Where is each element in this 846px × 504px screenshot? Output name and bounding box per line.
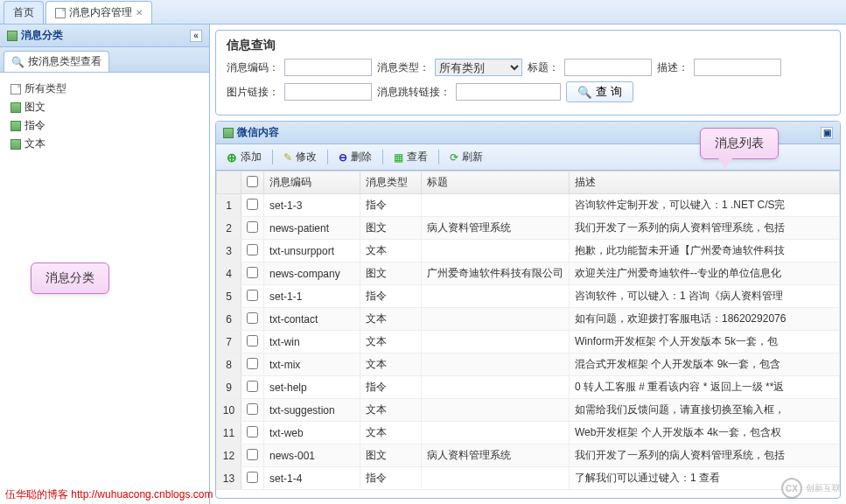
add-button[interactable]: ⊕添加 — [221, 148, 267, 166]
view-icon: ▦ — [394, 151, 403, 164]
table-row[interactable]: 9 set-help 指令 0 转人工客服 # 重看该内容 * 返回上一级 **… — [217, 376, 840, 399]
row-checkbox[interactable] — [247, 449, 258, 460]
cell-rownum: 7 — [217, 331, 241, 354]
cell-desc: 如有问题，欢迎拨打客服电话：18620292076 — [570, 308, 840, 331]
row-checkbox[interactable] — [247, 199, 258, 210]
cell-checkbox[interactable] — [241, 422, 264, 444]
refresh-button[interactable]: ⟳刷新 — [444, 148, 488, 166]
input-jump-link[interactable] — [456, 83, 561, 101]
cell-checkbox[interactable] — [241, 285, 264, 308]
cell-type: 指令 — [360, 285, 422, 308]
table-row[interactable]: 4 news-company 图文 广州爱奇迪软件科技有限公司 欢迎关注广州爱奇… — [217, 262, 840, 285]
table-row[interactable]: 12 news-001 图文 病人资料管理系统 我们开发了一系列的病人资料管理系… — [217, 444, 840, 467]
search-icon: 🔍 — [11, 56, 24, 68]
delete-button[interactable]: ⊖删除 — [333, 148, 377, 166]
row-checkbox[interactable] — [247, 312, 258, 324]
row-checkbox[interactable] — [247, 244, 258, 256]
input-code[interactable] — [284, 59, 372, 76]
collapse-sidebar-button[interactable]: « — [190, 30, 202, 42]
row-checkbox[interactable] — [247, 267, 258, 278]
table-row[interactable]: 5 set-1-1 指令 咨询软件，可以键入：1 咨询《病人资料管理 — [217, 285, 840, 308]
tree-item-text[interactable]: 文本 — [7, 135, 202, 153]
cell-checkbox[interactable] — [241, 354, 264, 376]
cell-checkbox[interactable] — [241, 444, 264, 467]
collapse-grid-button[interactable]: ▣ — [821, 127, 833, 139]
row-checkbox[interactable] — [247, 221, 258, 233]
row-checkbox[interactable] — [247, 472, 258, 483]
col-type[interactable]: 消息类型 — [360, 172, 422, 194]
cell-desc: 如需给我们反馈问题，请直接切换至输入框， — [570, 399, 840, 422]
cell-desc: 咨询软件定制开发，可以键入：1 .NET C/S完 — [570, 194, 840, 217]
cell-checkbox[interactable] — [241, 308, 264, 331]
cell-desc: 咨询软件，可以键入：1 咨询《病人资料管理 — [570, 285, 840, 308]
table-row[interactable]: 3 txt-unsurpport 文本 抱歉，此功能暂未开通【广州爱奇迪软件科技 — [217, 240, 840, 262]
footer-credit: 伍华聪的博客 http://wuhuacong.cnblogs.com — [5, 487, 213, 502]
table-row[interactable]: 11 txt-web 文本 Web开发框架 个人开发版本 4k一套，包含权 — [217, 422, 840, 444]
row-checkbox[interactable] — [247, 403, 258, 415]
cell-checkbox[interactable] — [241, 399, 264, 422]
row-checkbox[interactable] — [247, 290, 258, 301]
input-desc[interactable] — [694, 59, 781, 76]
select-type[interactable]: 所有类别 — [435, 59, 522, 76]
tab-home[interactable]: 首页 — [3, 1, 44, 24]
row-checkbox[interactable] — [247, 381, 258, 392]
minus-icon: ⊖ — [339, 151, 347, 164]
cell-rownum: 13 — [217, 467, 241, 490]
query-title: 信息查询 — [227, 38, 829, 53]
cell-code: txt-unsurpport — [264, 240, 360, 262]
tab-message-content[interactable]: 消息内容管理 ✕ — [45, 1, 152, 24]
table-row[interactable]: 8 txt-mix 文本 混合式开发框架 个人开发版本 9k一套，包含 — [217, 354, 840, 376]
cell-rownum: 6 — [217, 308, 241, 331]
cell-code: set-1-3 — [264, 194, 360, 217]
cell-title — [422, 354, 570, 376]
col-title[interactable]: 标题 — [422, 172, 570, 194]
cell-checkbox[interactable] — [241, 240, 264, 262]
tree-item-command[interactable]: 指令 — [7, 116, 202, 135]
label-desc: 描述： — [657, 60, 689, 75]
input-image-link[interactable] — [284, 83, 372, 101]
cell-checkbox[interactable] — [241, 376, 264, 399]
close-icon[interactable]: ✕ — [136, 8, 143, 18]
view-button[interactable]: ▦查看 — [388, 148, 433, 166]
cell-checkbox[interactable] — [241, 262, 264, 285]
col-desc[interactable]: 描述 — [570, 172, 840, 194]
table-row[interactable]: 2 news-patient 图文 病人资料管理系统 我们开发了一系列的病人资料… — [217, 217, 840, 240]
table-row[interactable]: 6 txt-contact 文本 如有问题，欢迎拨打客服电话：186202920… — [217, 308, 840, 331]
row-checkbox[interactable] — [247, 358, 258, 369]
cell-code: txt-win — [264, 331, 360, 354]
cell-title — [422, 399, 570, 422]
cell-desc: 我们开发了一系列的病人资料管理系统，包括 — [570, 444, 840, 467]
cell-code: txt-web — [264, 422, 360, 444]
select-all-checkbox[interactable] — [247, 176, 258, 187]
col-code[interactable]: 消息编码 — [264, 172, 360, 194]
table-row[interactable]: 10 txt-suggestion 文本 如需给我们反馈问题，请直接切换至输入框… — [217, 399, 840, 422]
cell-type: 图文 — [360, 444, 422, 467]
cell-checkbox[interactable] — [241, 467, 264, 490]
row-checkbox[interactable] — [247, 335, 258, 346]
table-row[interactable]: 1 set-1-3 指令 咨询软件定制开发，可以键入：1 .NET C/S完 — [217, 194, 840, 217]
label-code: 消息编码： — [227, 60, 279, 75]
cell-code: set-1-4 — [264, 467, 360, 490]
cell-rownum: 8 — [217, 354, 241, 376]
col-checkbox-header[interactable] — [241, 172, 264, 194]
cell-checkbox[interactable] — [241, 217, 264, 240]
row-checkbox[interactable] — [247, 426, 258, 438]
search-button[interactable]: 🔍 查 询 — [566, 81, 633, 102]
data-grid[interactable]: 消息编码 消息类型 标题 描述 1 set-1-3 指令 咨询软件定制开发，可以… — [216, 171, 840, 498]
edit-button[interactable]: ✎修改 — [278, 148, 322, 166]
cell-title — [422, 467, 570, 490]
cell-rownum: 2 — [217, 217, 241, 240]
cell-code: set-help — [264, 376, 360, 399]
tree-item-image-text[interactable]: 图文 — [7, 98, 202, 116]
footer-link[interactable]: http://wuhuacong.cnblogs.com — [71, 488, 213, 500]
input-title[interactable] — [564, 59, 652, 76]
table-row[interactable]: 7 txt-win 文本 Winform开发框架 个人开发版本 5k一套，包 — [217, 331, 840, 354]
cell-checkbox[interactable] — [241, 331, 264, 354]
cell-rownum: 10 — [217, 399, 241, 422]
cell-checkbox[interactable] — [241, 194, 264, 217]
tree-item-all[interactable]: 所有类型 — [7, 80, 202, 98]
table-row[interactable]: 13 set-1-4 指令 了解我们可以通过键入：1 查看 — [217, 467, 840, 490]
cell-rownum: 5 — [217, 285, 241, 308]
sidebar-tab-by-type[interactable]: 🔍 按消息类型查看 — [3, 51, 109, 72]
label-image-link: 图片链接： — [227, 85, 279, 100]
